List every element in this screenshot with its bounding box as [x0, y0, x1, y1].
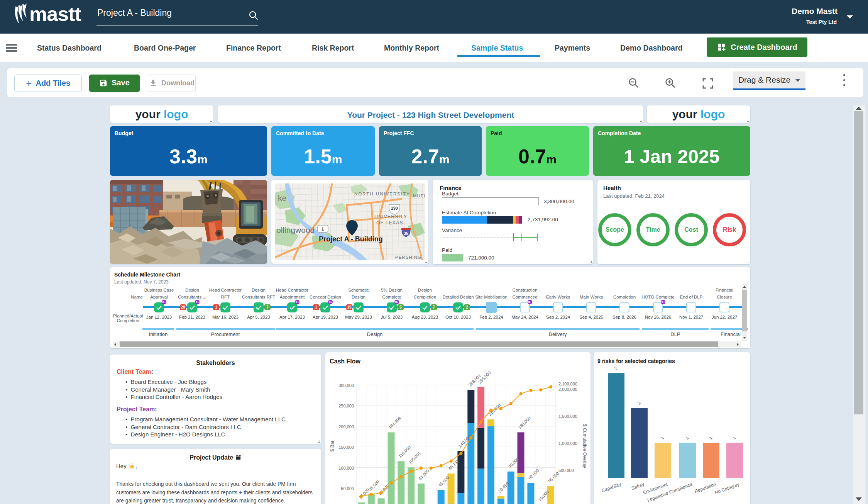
svg-text:100,001: 100,001: [408, 451, 422, 465]
svg-text:35,000: 35,000: [368, 479, 380, 492]
svg-text:2: 2: [636, 400, 641, 406]
svg-text:300,000: 300,000: [338, 383, 354, 388]
svg-text:ke: ke: [278, 193, 286, 202]
svg-text:1: 1: [732, 435, 737, 440]
svg-text:250,000: 250,000: [338, 404, 354, 408]
svg-text:Legislative Compliance: Legislative Compliance: [646, 482, 693, 503]
svg-text:NORTH UNIVERSITY: NORTH UNIVERSITY: [354, 192, 410, 196]
svg-text:ollingwood: ollingwood: [276, 226, 315, 234]
svg-text:UNIVERSITY: UNIVERSITY: [374, 214, 407, 219]
svg-text:No Category: No Category: [714, 482, 740, 496]
svg-text:3: 3: [613, 366, 618, 371]
svg-text:200,000: 200,000: [338, 424, 354, 429]
svg-text:Capability: Capability: [601, 482, 622, 494]
svg-text:290: 290: [391, 206, 398, 210]
svg-text:MUELLI: MUELLI: [413, 193, 425, 198]
svg-text:1: 1: [660, 435, 665, 440]
svg-text:$ Bar: $ Bar: [330, 441, 335, 452]
svg-text:500,000: 500,000: [558, 468, 574, 473]
svg-text:100,000: 100,000: [338, 466, 354, 470]
svg-text:1: 1: [685, 435, 690, 440]
svg-text:1,500,000: 1,500,000: [558, 414, 577, 419]
svg-text:Project A - Building: Project A - Building: [319, 235, 383, 243]
svg-text:OF TEXAS: OF TEXAS: [376, 220, 403, 226]
svg-text:55,000: 55,000: [547, 471, 560, 483]
svg-text:150,000: 150,000: [338, 445, 354, 450]
svg-text:1: 1: [321, 227, 324, 231]
svg-text:2,000,000: 2,000,000: [558, 387, 577, 392]
svg-text:2,100,000: 2,100,000: [558, 382, 577, 386]
svg-text:184,999: 184,999: [387, 416, 402, 430]
svg-text:62,000: 62,000: [527, 468, 540, 480]
svg-text:Safety: Safety: [631, 482, 645, 491]
svg-text:Reputation: Reputation: [694, 482, 717, 494]
svg-text:PERSHING: PERSHING: [395, 255, 421, 260]
svg-text:61,000: 61,000: [418, 468, 430, 481]
svg-text:35: 35: [404, 231, 408, 236]
svg-text:185,000: 185,000: [517, 416, 531, 430]
svg-text:50,000: 50,000: [341, 486, 354, 491]
svg-text:1,000,000: 1,000,000: [558, 441, 577, 446]
svg-text:$ Cumulative Overlay: $ Cumulative Overlay: [582, 424, 587, 468]
svg-text:1: 1: [708, 435, 713, 440]
